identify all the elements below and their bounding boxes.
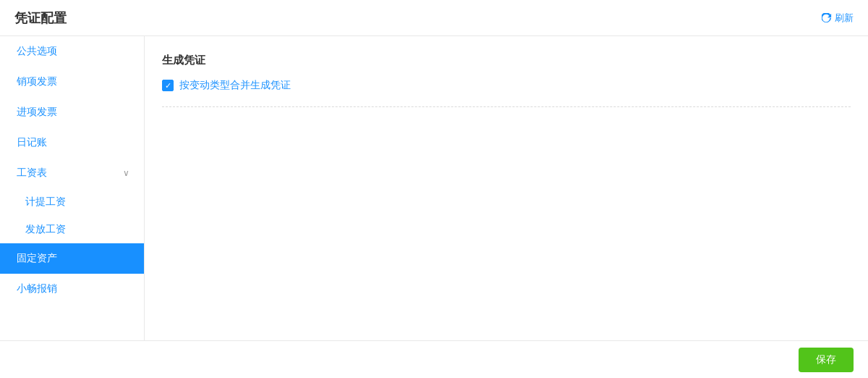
sidebar: 公共选项 销项发票 进项发票 日记账 工资表 ∨ 计提工资 发放工资 固定资产 … xyxy=(0,36,145,340)
sidebar-item-journal[interactable]: 日记账 xyxy=(0,127,144,158)
sidebar-item-public[interactable]: 公共选项 xyxy=(0,36,144,67)
chevron-down-icon: ∨ xyxy=(123,168,129,178)
section-divider xyxy=(162,106,851,107)
sidebar-item-payroll-calc[interactable]: 计提工资 xyxy=(0,188,144,216)
section-title: 生成凭证 xyxy=(162,54,851,67)
refresh-label: 刷新 xyxy=(835,12,854,25)
checkbox-row: 按变动类型合并生成凭证 xyxy=(162,79,851,92)
page-wrapper: 凭证配置 刷新 公共选项 销项发票 进项发票 日记账 工资表 ∨ 计提工资 发放… xyxy=(0,0,868,378)
refresh-icon xyxy=(822,13,832,23)
sidebar-item-fixed-assets[interactable]: 固定资产 xyxy=(0,243,144,274)
sidebar-item-sales-invoice[interactable]: 销项发票 xyxy=(0,67,144,97)
save-button[interactable]: 保存 xyxy=(799,348,854,372)
content-area: 生成凭证 按变动类型合并生成凭证 xyxy=(145,36,868,340)
sidebar-item-payroll-label: 工资表 xyxy=(17,167,47,180)
main-layout: 公共选项 销项发票 进项发票 日记账 工资表 ∨ 计提工资 发放工资 固定资产 … xyxy=(0,36,868,340)
sidebar-item-payroll-issue[interactable]: 发放工资 xyxy=(0,216,144,243)
sidebar-item-expense[interactable]: 小畅报销 xyxy=(0,274,144,304)
page-title: 凭证配置 xyxy=(14,9,67,27)
checkbox-label[interactable]: 按变动类型合并生成凭证 xyxy=(179,79,291,92)
footer: 保存 xyxy=(0,340,868,378)
sidebar-item-payroll[interactable]: 工资表 ∨ xyxy=(0,158,144,188)
sidebar-item-purchase-invoice[interactable]: 进项发票 xyxy=(0,97,144,127)
merge-checkbox[interactable] xyxy=(162,80,174,91)
header: 凭证配置 刷新 xyxy=(0,0,868,36)
refresh-button[interactable]: 刷新 xyxy=(822,12,854,25)
